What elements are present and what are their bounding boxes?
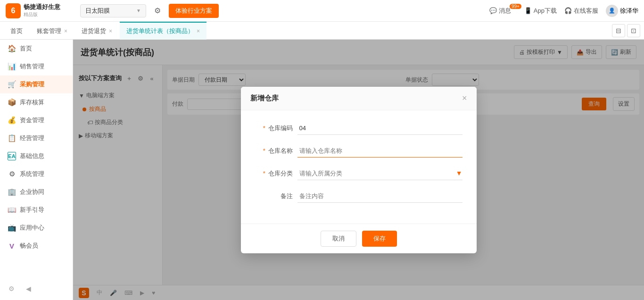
note-label: 备注 xyxy=(255,192,293,200)
app-label: App下载 xyxy=(534,7,557,15)
sidebar-item-system[interactable]: ⚙ 系统管理 xyxy=(0,165,73,183)
service-label: 在线客服 xyxy=(574,7,598,15)
main-layout: 🏠 首页 📊 销售管理 🛒 采购管理 📦 库存核算 💰 资金管理 📋 经营管理 … xyxy=(0,40,644,300)
modal-overlay: 新增仓库 × * 仓库编码 * xyxy=(73,40,644,300)
sidebar-item-basic-label: 基础信息 xyxy=(20,152,44,160)
tab-restore-btn[interactable]: ⊟ xyxy=(612,24,625,37)
tab-purchase-return[interactable]: 进货退货 × xyxy=(75,22,119,40)
tab-account[interactable]: 账套管理 × xyxy=(30,22,74,40)
sidebar-item-purchase[interactable]: 🛒 采购管理 xyxy=(0,75,73,93)
tab-account-close[interactable]: × xyxy=(64,28,67,34)
sidebar-item-sales[interactable]: 📊 销售管理 xyxy=(0,58,73,75)
phone-icon: 📱 xyxy=(524,7,532,14)
form-row-name: * 仓库名称 xyxy=(255,144,462,158)
message-action[interactable]: 💬 消息 99+ xyxy=(489,7,517,15)
modal-close-btn[interactable]: × xyxy=(462,93,467,103)
modal-title: 新增仓库 xyxy=(250,94,279,103)
logo-sub: 精品版 xyxy=(24,11,60,18)
code-input[interactable] xyxy=(297,122,462,135)
basic-icon: EA xyxy=(8,152,16,160)
sidebar-item-home-label: 首页 xyxy=(20,44,32,53)
form-row-category: * 仓库分类 ▼ xyxy=(255,167,462,180)
sidebar-item-enterprise[interactable]: 🏢 企业协同 xyxy=(0,183,73,201)
store-selector[interactable]: 日太阳膜 ▼ xyxy=(80,4,146,17)
header-right: 💬 消息 99+ 📱 App下载 🎧 在线客服 👤 徐泽华 xyxy=(489,5,638,17)
cancel-button[interactable]: 取消 xyxy=(321,231,356,247)
tab-maximize-btn[interactable]: ⊡ xyxy=(627,24,640,37)
code-label: * 仓库编码 xyxy=(255,124,293,133)
sidebar-item-inventory[interactable]: 📦 库存核算 xyxy=(0,93,73,111)
inventory-icon: 📦 xyxy=(8,98,16,107)
modal-body: * 仓库编码 * 仓库名称 xyxy=(241,110,477,224)
modal-dialog: 新增仓库 × * 仓库编码 * xyxy=(241,87,477,253)
name-input[interactable] xyxy=(297,144,462,158)
sidebar-item-home[interactable]: 🏠 首页 xyxy=(0,40,73,58)
required-star-code: * xyxy=(263,125,265,132)
tab-purchase-return-close[interactable]: × xyxy=(109,28,112,34)
logo-text: 畅捷通好生意 xyxy=(24,3,60,11)
form-row-code: * 仓库编码 xyxy=(255,122,462,135)
required-star-name: * xyxy=(263,147,265,154)
finance-icon: 💰 xyxy=(8,116,16,125)
message-icon: 💬 xyxy=(489,7,497,14)
sidebar-item-operation[interactable]: 📋 经营管理 xyxy=(0,129,73,147)
sidebar-item-guide-label: 新手引导 xyxy=(20,206,44,214)
name-label: * 仓库名称 xyxy=(255,147,293,155)
message-badge: 99+ xyxy=(510,4,521,9)
sidebar-item-app[interactable]: 📺 应用中心 xyxy=(0,219,73,237)
modal-header: 新增仓库 × xyxy=(241,87,477,110)
vip-icon: V xyxy=(8,242,16,250)
sidebar-collapse-btn[interactable]: ◀ xyxy=(22,282,35,295)
user-area[interactable]: 👤 徐泽华 xyxy=(606,5,638,17)
category-arrow-icon[interactable]: ▼ xyxy=(456,169,462,177)
sidebar-item-finance[interactable]: 💰 资金管理 xyxy=(0,111,73,129)
app-download-action[interactable]: 📱 App下载 xyxy=(524,7,557,15)
purchase-icon: 🛒 xyxy=(8,80,16,89)
tab-purchase-stats-label: 进货单统计表（按商品） xyxy=(126,27,194,35)
user-name: 徐泽华 xyxy=(620,7,638,15)
sidebar-item-guide[interactable]: 📖 新手引导 xyxy=(0,201,73,219)
sidebar-item-finance-label: 资金管理 xyxy=(20,116,44,125)
sidebar-item-inventory-label: 库存核算 xyxy=(20,98,44,107)
required-star-cat: * xyxy=(263,170,265,177)
sidebar-item-sales-label: 销售管理 xyxy=(20,62,44,71)
top-header: 6 畅捷通好生意 精品版 日太阳膜 ▼ ⚙ 体验行业方案 💬 消息 99+ 📱 … xyxy=(0,0,644,22)
message-label: 消息 xyxy=(499,7,511,15)
store-name: 日太阳膜 xyxy=(85,7,134,15)
app-center-icon: 📺 xyxy=(8,224,16,232)
gear-icon: ⚙ xyxy=(154,6,161,15)
sidebar-item-vip-label: 畅会员 xyxy=(20,242,38,250)
system-icon: ⚙ xyxy=(8,170,16,178)
sidebar-item-operation-label: 经营管理 xyxy=(20,134,44,142)
home-icon: 🏠 xyxy=(8,44,16,53)
tab-bar: 首页 账套管理 × 进货退货 × 进货单统计表（按商品） × ⊟ ⊡ xyxy=(0,22,644,40)
category-select-input[interactable] xyxy=(297,169,456,178)
sidebar-item-vip[interactable]: V 畅会员 xyxy=(0,237,73,255)
try-button[interactable]: 体验行业方案 xyxy=(169,4,219,18)
logo-icon: 6 xyxy=(6,3,21,18)
headset-icon: 🎧 xyxy=(564,7,572,14)
sidebar-settings-btn[interactable]: ⚙ xyxy=(5,282,18,295)
note-input[interactable] xyxy=(297,190,462,203)
enterprise-icon: 🏢 xyxy=(8,188,16,196)
tab-purchase-stats[interactable]: 进货单统计表（按商品） × xyxy=(120,22,206,40)
chevron-down-icon: ▼ xyxy=(136,8,141,13)
logo-area: 6 畅捷通好生意 精品版 xyxy=(6,3,76,18)
sales-icon: 📊 xyxy=(8,62,16,71)
sidebar-bottom: ⚙ ◀ xyxy=(0,277,73,300)
tab-home-label: 首页 xyxy=(10,27,23,35)
online-service-action[interactable]: 🎧 在线客服 xyxy=(564,7,598,15)
tab-home[interactable]: 首页 xyxy=(4,22,29,40)
category-label: * 仓库分类 xyxy=(255,169,293,178)
tab-right-actions: ⊟ ⊡ xyxy=(612,24,640,37)
sidebar-item-enterprise-label: 企业协同 xyxy=(20,188,44,196)
sidebar-item-basic[interactable]: EA 基础信息 xyxy=(0,147,73,165)
sidebar-item-purchase-label: 采购管理 xyxy=(20,80,44,89)
save-button[interactable]: 保存 xyxy=(362,231,397,247)
guide-icon: 📖 xyxy=(8,206,16,214)
sidebar: 🏠 首页 📊 销售管理 🛒 采购管理 📦 库存核算 💰 资金管理 📋 经营管理 … xyxy=(0,40,73,300)
avatar: 👤 xyxy=(606,5,618,17)
tab-purchase-stats-close[interactable]: × xyxy=(197,28,200,34)
settings-icon-btn[interactable]: ⚙ xyxy=(150,3,165,18)
content: 进货单统计(按商品) 🖨 按模板打印 ▼ 📤 导出 🔄 刷新 xyxy=(73,40,644,300)
